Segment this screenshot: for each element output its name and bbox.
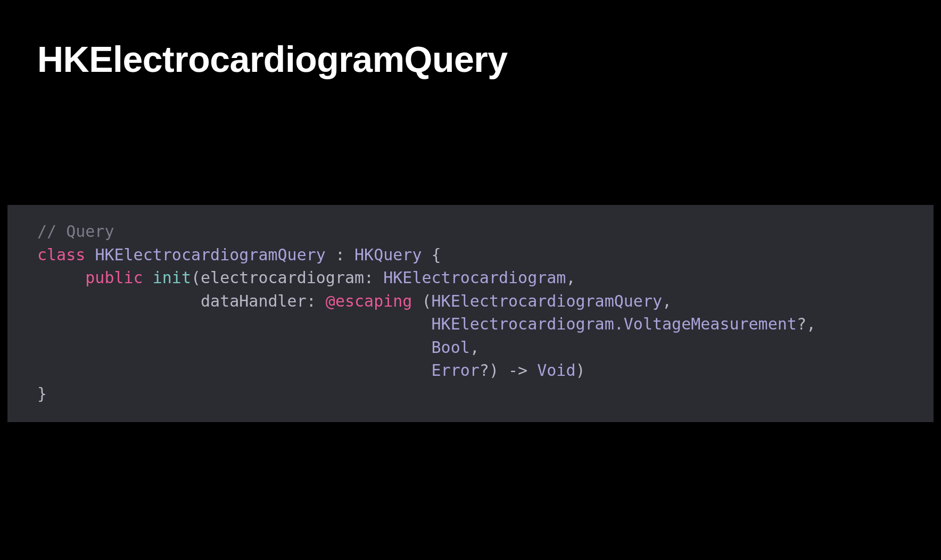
code-block: // Query class HKElectrocardiogramQuery …: [7, 205, 934, 422]
opt-voltage: ?,: [797, 315, 816, 333]
comma-q: ,: [662, 292, 672, 310]
type-error: Error: [432, 361, 480, 380]
slide-title: HKElectrocardiogramQuery: [37, 38, 508, 80]
indent: [37, 268, 85, 287]
lparen-init: (: [191, 268, 201, 287]
indent: [37, 338, 432, 357]
indent: [37, 361, 432, 380]
colon-ecg: :: [364, 268, 383, 287]
punct-colon-inherit: :: [326, 245, 354, 264]
opt-error-arrow: ?) ->: [480, 361, 537, 380]
space: [412, 292, 422, 310]
type-super: HKQuery: [354, 245, 422, 264]
kw-public: public: [85, 268, 143, 287]
attr-escaping: @escaping: [326, 292, 412, 310]
type-voltage: HKElectrocardiogram.VoltageMeasurement: [432, 315, 797, 333]
fn-init: init: [153, 268, 191, 287]
colon-handler: :: [307, 292, 326, 310]
code-comment: // Query: [37, 222, 114, 241]
slide: HKElectrocardiogramQuery // Query class …: [0, 0, 941, 560]
brace-close: }: [37, 384, 47, 403]
param-data-handler: dataHandler: [201, 292, 307, 310]
param-ecg: electrocardiogram: [201, 268, 364, 287]
type-void: Void: [537, 361, 575, 380]
comma-bool: ,: [470, 338, 480, 357]
indent: [37, 292, 201, 310]
kw-class: class: [37, 245, 85, 264]
type-hke-query: HKElectrocardiogramQuery: [432, 292, 662, 310]
rparen-init: ): [575, 361, 585, 380]
brace-open: {: [422, 245, 441, 264]
comma-ecg: ,: [566, 268, 575, 287]
type-ecg: HKElectrocardiogram: [383, 268, 566, 287]
indent: [37, 315, 432, 333]
lparen-closure: (: [422, 292, 431, 310]
type-class-name: HKElectrocardiogramQuery: [95, 245, 325, 264]
type-bool: Bool: [432, 338, 470, 357]
